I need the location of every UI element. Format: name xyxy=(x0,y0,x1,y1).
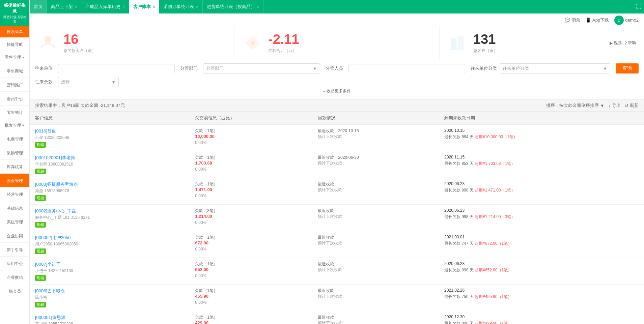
sidebar-item-enterprise[interactable]: 企业协同 xyxy=(0,229,29,243)
overdue-amount[interactable]: 超期¥1,471.00（1笔） xyxy=(475,188,515,193)
filter-area: 往来单位 ··· 分管部门 分管部门 ▼ 分管人员 ··· 往来单位分类 xyxy=(30,59,644,100)
tab-purchase-order-close[interactable]: × xyxy=(196,5,198,9)
sidebar-item-vip[interactable]: 畅会员 xyxy=(0,284,29,298)
sidebar-item-finance[interactable]: 资金管理 xyxy=(0,174,29,187)
sidebar-item-retail-mall[interactable]: 零售商城 xyxy=(0,64,29,78)
filter-dept: 分管部门 分管部门 ▼ xyxy=(180,63,320,73)
filter-partner-input[interactable]: ··· xyxy=(58,64,175,73)
user-menu[interactable]: D demo2 xyxy=(614,16,639,25)
total-label: 总客户（家） xyxy=(473,48,498,54)
table-row[interactable]: [0006]去下粮仓 陈小彬 现销 欠款（1笔） 455.90 0.00% 最近… xyxy=(30,285,644,311)
refresh-button[interactable]: ↺ 刷新 xyxy=(625,102,639,109)
latest-payment-label: 最近收款 xyxy=(318,261,433,267)
tab-purchase-order[interactable]: 采购订单统计表 × xyxy=(159,0,202,13)
sidebar-item-ops[interactable]: 经营管理 xyxy=(0,187,29,201)
sidebar-item-new-guide[interactable]: 新手引导 xyxy=(0,243,29,257)
help-button[interactable]: ? 帮助 xyxy=(624,40,636,46)
app-subtitle: 母婴行业演示账套 xyxy=(3,15,27,24)
tab-purchase-order-label: 采购订单统计表 xyxy=(163,4,194,10)
tab-maximize-button[interactable]: ⛶ xyxy=(636,4,641,10)
debt-percent: 0.00% xyxy=(195,167,307,172)
customer-id-link[interactable]: [0007]小进干 xyxy=(35,261,184,267)
overdue-amount[interactable]: 超期¥10,000.00（1笔） xyxy=(475,135,517,139)
repayment-cell: 最近收款 预计下次收款 xyxy=(312,285,439,311)
collapse-filter-button[interactable]: « 收起更多条件 xyxy=(35,87,639,95)
debtor-label: 总欠款客户（家） xyxy=(63,48,96,54)
tab-product-listing-close[interactable]: × xyxy=(75,5,77,9)
overdue-amount[interactable]: 超期¥455.90（1笔） xyxy=(475,294,512,299)
customer-id-link[interactable]: [0003]畅捷服务尹海燕 xyxy=(35,181,184,187)
app-download-button[interactable]: 📱 App下载 xyxy=(586,17,609,23)
filter-balance-label: 往来余款 xyxy=(35,79,55,85)
customer-id-link[interactable]: [0002]服务中心_丁磊 xyxy=(35,208,184,214)
customer-id-link[interactable]: [0006]去下粮仓 xyxy=(35,288,184,294)
tab-inbound-stat-close[interactable]: × xyxy=(257,5,259,9)
customer-id-link[interactable]: [0001020001]李老师 xyxy=(35,155,184,161)
table-row[interactable]: [000001]黄思源 黄思源 13552700226 现销 欠款（1笔） 42… xyxy=(30,311,644,324)
sidebar-item-wechat[interactable]: 企业微信 xyxy=(0,270,29,284)
sidebar-item-batch-mgmt[interactable]: 批发管理▼ xyxy=(0,119,29,132)
customer-id-link[interactable]: [000002]用户2050 xyxy=(35,235,184,241)
due-date-cell: 2021.03.01 最长欠款 747 天 超期¥672.00（1笔） xyxy=(439,231,644,258)
overdue-days: 最长欠款 747 天 xyxy=(444,241,475,246)
filter-dept-select[interactable]: 分管部门 ▼ xyxy=(203,63,320,73)
tab-inbound-stat[interactable]: 进货单统计表（按商品） × xyxy=(203,0,263,13)
video-button[interactable]: ▶ 视频 xyxy=(610,40,622,46)
col-repayment: 回款情况 xyxy=(312,112,439,125)
search-button[interactable]: 查询 xyxy=(616,63,639,73)
debt-info-cell: 欠款（1笔） 652.00 0.00% xyxy=(190,258,312,285)
table-row[interactable]: [0003]畅捷服务尹海燕 海燕 18513066976 现销 欠款（1笔） 1… xyxy=(30,178,644,205)
overdue-amount[interactable]: 超期¥1,703.68（1笔） xyxy=(475,161,515,166)
table-row[interactable]: [0001020001]李老师 李老师 18600391516 现销 欠款（1笔… xyxy=(30,151,644,178)
debt-label: 欠款（1笔） xyxy=(195,155,307,160)
sidebar-item-ecommerce[interactable]: 电商管理 xyxy=(0,132,29,146)
due-date: 2020.06.23 xyxy=(444,261,639,266)
sidebar-item-quick-nav[interactable]: 快捷导航 xyxy=(0,37,29,51)
message-button[interactable]: 💬 消息 xyxy=(565,17,580,23)
sidebar-item-purchase[interactable]: 采购管理 xyxy=(0,146,29,160)
sidebar-item-retail-mgmt[interactable]: 零售管理▲ xyxy=(0,51,29,64)
total-icon xyxy=(448,33,468,53)
tab-production-history-close[interactable]: × xyxy=(122,5,124,9)
message-label: 消息 xyxy=(571,17,580,23)
message-icon: 💬 xyxy=(565,18,570,23)
sidebar-item-retail-stat[interactable]: 零售统计 xyxy=(0,106,29,119)
filter-person-input[interactable]: ··· xyxy=(348,64,465,73)
tab-minimize-button[interactable]: — xyxy=(629,4,635,10)
tab-product-listing[interactable]: 商品上下架 × xyxy=(47,0,81,13)
sidebar-item-member[interactable]: 会员中心 xyxy=(0,92,29,106)
tab-customer-account-close[interactable]: × xyxy=(153,5,155,9)
search-menu-button[interactable]: 搜索菜单 xyxy=(0,26,29,37)
table-row[interactable]: [0016]吕俊 吕俊 13026203696 现销 欠款（1笔） 10,000… xyxy=(30,125,644,151)
customer-table: 客户信息 欠交易信息（占比） 回款情况 到期未收款日期 [0016]吕俊 吕俊 … xyxy=(30,112,644,324)
sidebar-item-sys-mgmt[interactable]: 系统管理 xyxy=(0,215,29,229)
table-row[interactable]: [0002]服务中心_丁磊 服务中心_丁磊 181 0125 8371 现销 欠… xyxy=(30,205,644,231)
debt-amount: 652.00 xyxy=(195,267,307,272)
sort-select[interactable]: 排序：按欠款金额倒序排序 ▼ xyxy=(546,102,605,109)
collapse-label: 收起更多条件 xyxy=(327,88,351,94)
tab-production-history[interactable]: 产成品入库单历史 × xyxy=(81,0,129,13)
sidebar-item-basic-info[interactable]: 基础信息 xyxy=(0,201,29,215)
overdue-amount[interactable]: 超期¥429.00（1笔） xyxy=(475,321,512,324)
sidebar-item-app-center[interactable]: 应用中心 xyxy=(0,257,29,270)
debt-amount: -2.11 xyxy=(268,32,299,46)
overdue-amount[interactable]: 超期¥652.00（1笔） xyxy=(475,268,512,272)
result-actions: 排序：按欠款金额倒序排序 ▼ ↓ 导出 ↺ 刷新 xyxy=(546,102,639,109)
sidebar-item-inventory[interactable]: 库存核算 xyxy=(0,160,29,174)
overdue-amount[interactable]: 超期¥672.00（1笔） xyxy=(475,241,512,246)
overdue-days: 最长欠款 884 天 xyxy=(444,135,475,139)
filter-category-select[interactable]: 往来单位分类 ▼ xyxy=(500,63,610,73)
customer-id-link[interactable]: [0016]吕俊 xyxy=(35,128,184,134)
due-date-cell: 2020.10.15 最长欠款 884 天 超期¥10,000.00（1笔） xyxy=(439,125,644,151)
filter-balance-select[interactable]: 选择... ▼ xyxy=(58,77,119,87)
customer-info-cell: [0016]吕俊 吕俊 13026203696 现销 xyxy=(30,125,190,151)
tab-customer-account[interactable]: 客户账本 × xyxy=(129,0,159,13)
export-button[interactable]: ↓ 导出 xyxy=(609,102,621,109)
customer-id-link[interactable]: [000001]黄思源 xyxy=(35,315,184,321)
table-row[interactable]: [000002]用户2050 用户2050 18665062050 现销 欠款（… xyxy=(30,231,644,258)
overdue-amount[interactable]: 超期¥1,214.00（3笔） xyxy=(475,214,515,219)
sidebar-logo: 畅捷通好生意 母婴行业演示账套 xyxy=(0,0,29,26)
tab-home[interactable]: 首页 xyxy=(30,0,47,13)
table-row[interactable]: [0007]小进干 小进干 18279152100 现销 欠款（1笔） 652.… xyxy=(30,258,644,285)
sidebar-item-marketing[interactable]: 营销推广 xyxy=(0,78,29,92)
